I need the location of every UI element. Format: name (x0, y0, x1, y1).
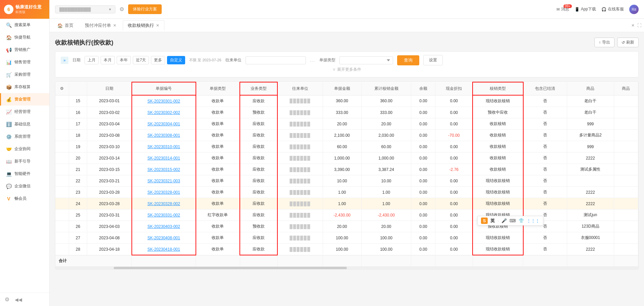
workspace-selector[interactable]: ████████████ ▾ (55, 5, 115, 13)
td-cash-discount: 0.00 (435, 118, 473, 130)
sidebar-item-wechat[interactable]: 💬 企业微信 (0, 180, 49, 192)
date-btn-more[interactable]: 更多 (151, 56, 165, 64)
td-settings[interactable] (55, 232, 69, 244)
user-avatar[interactable]: Rit (629, 5, 639, 14)
sidebar-item-member[interactable]: V 畅会员 (0, 192, 49, 205)
close-window-icon[interactable]: ✕ (631, 23, 635, 28)
td-settings[interactable] (55, 198, 69, 209)
th-balance[interactable]: 余额 (411, 82, 435, 95)
date-btn-custom[interactable]: 自定义 (167, 56, 185, 64)
sidebar-item-operations[interactable]: 📈 经营管理 (0, 106, 49, 118)
sidebar-settings-icon[interactable]: ⚙ (5, 296, 9, 303)
query-button[interactable]: 查询 (397, 55, 419, 65)
tab-home[interactable]: 🏠 首页 (52, 20, 78, 30)
tab-collection[interactable]: 收款核销执行 ✕ (123, 20, 164, 30)
filter-settings-button[interactable]: 设置 (423, 55, 443, 65)
td-bill-no[interactable]: SK-20230331-002 (132, 209, 196, 221)
td-settings[interactable] (55, 244, 69, 255)
td-settings[interactable] (55, 141, 69, 152)
sidebar-item-purchase[interactable]: 🛒 采购管理 (0, 68, 49, 81)
tab-receivable[interactable]: 预付冲应付单 ✕ (80, 20, 121, 30)
th-cash-discount[interactable]: 现金折扣 (435, 82, 473, 95)
th-include-cleared[interactable]: 包含已结清 (523, 82, 567, 95)
td-settings[interactable] (55, 118, 69, 130)
td-bill-no[interactable]: SK-20230315-002 (132, 164, 196, 175)
footer-balance (411, 255, 435, 266)
th-partner[interactable]: 往来单位 (277, 82, 323, 95)
page-title: 收款核销执行(按收款) (55, 39, 113, 47)
th-total-offset[interactable]: 累计核销金额 (361, 82, 411, 95)
date-btn-this-year[interactable]: 本年 (117, 56, 131, 64)
td-bill-no[interactable]: SK-20230314-001 (132, 152, 196, 164)
td-settings[interactable] (55, 221, 69, 232)
date-btn-last-month[interactable]: 上月 (85, 56, 99, 64)
solution-button[interactable]: 体验行业方案 (128, 4, 162, 14)
td-settings[interactable] (55, 130, 69, 141)
sidebar-item-basic[interactable]: ℹ️ 基础信息 (0, 118, 49, 130)
td-bill-no[interactable]: SK-20230403-002 (132, 221, 196, 232)
th-bill-no[interactable]: 单据编号 (132, 82, 196, 95)
td-settings[interactable] (55, 95, 69, 107)
expand-more-conditions[interactable]: ∨ 展开更多条件 (61, 65, 633, 74)
sidebar-item-inventory[interactable]: 📦 库存核算 (0, 81, 49, 93)
td-bill-no[interactable]: SK-20230310-001 (132, 141, 196, 152)
td-bill-no[interactable]: SK-20230408-001 (132, 232, 196, 244)
th-offset-type[interactable]: 核销类型 (473, 82, 523, 95)
td-biz-type: 应收款 (240, 187, 277, 198)
refresh-button[interactable]: ↺ 刷新 (617, 38, 639, 47)
date-btn-7days[interactable]: 近7天 (133, 56, 149, 64)
maximize-icon[interactable]: ⛶ (637, 23, 641, 28)
table-row: 19 2023-03-10 SK-20230310-001 收款单 应收款 ██… (55, 141, 638, 152)
td-biz-type: 预收款 (240, 221, 277, 232)
partner-filter-input[interactable] (246, 56, 306, 64)
sidebar-item-system[interactable]: ⚙️ 系统管理 (0, 130, 49, 143)
message-action[interactable]: ✉ 消息 99+ (556, 6, 569, 12)
settings-icon[interactable]: ⚙ (60, 86, 64, 91)
td-bill-no[interactable]: SK-20230301-002 (132, 95, 196, 107)
sidebar-item-marketing[interactable]: 📢 营销推广 (0, 44, 49, 56)
th-bill-amount[interactable]: 单据金额 (323, 82, 361, 95)
th-goods2[interactable]: 商品 (614, 82, 638, 95)
sidebar-item-sales[interactable]: 📊 销售管理 (0, 56, 49, 68)
th-bill-type[interactable]: 单据类型 (196, 82, 240, 95)
gear-icon[interactable]: ⚙ (119, 6, 124, 12)
filter-expand-button[interactable]: » (61, 57, 68, 64)
td-bill-no[interactable]: SK-20230328-002 (132, 198, 196, 209)
sidebar-collapse-icon[interactable]: ◀◀ (15, 297, 22, 302)
export-button[interactable]: ↑ 导出 (594, 38, 614, 47)
td-bill-no[interactable]: SK-20230304-001 (132, 118, 196, 130)
sidebar-item-guide[interactable]: 📖 新手引导 (0, 155, 49, 168)
sidebar-item-corp[interactable]: 🤝 企业协同 (0, 143, 49, 155)
td-bill-no[interactable]: SK-20230308-001 (132, 130, 196, 141)
app-download-action[interactable]: 📱 App下载 (575, 6, 596, 12)
th-date[interactable]: 日期 (87, 82, 132, 95)
td-settings[interactable] (55, 152, 69, 164)
chevron-down-icon: ▾ (109, 7, 111, 12)
td-settings[interactable] (55, 187, 69, 198)
td-settings[interactable] (55, 164, 69, 175)
td-settings[interactable] (55, 209, 69, 221)
td-bill-no[interactable]: SK-20230321-003 (132, 175, 196, 187)
date-btn-this-month[interactable]: 本月 (101, 56, 115, 64)
td-settings[interactable] (55, 107, 69, 118)
td-settings[interactable] (55, 175, 69, 187)
th-biz-type[interactable]: 业务类型 (240, 82, 277, 95)
tab-close-receivable[interactable]: ✕ (113, 23, 116, 28)
table-scroll-thumb[interactable] (114, 267, 347, 269)
sidebar-item-search[interactable]: 🔍 搜索菜单 (0, 19, 49, 31)
tab-close-collection[interactable]: ✕ (156, 23, 159, 28)
th-row-no (69, 82, 87, 95)
td-bill-no[interactable]: SK-20230302-002 (132, 107, 196, 118)
sidebar-item-hardware[interactable]: 💻 智能硬件 (0, 168, 49, 180)
table-scroll-bar[interactable] (55, 266, 638, 269)
sidebar-item-finance[interactable]: 💰 资金管理 (0, 93, 49, 106)
td-bill-type: 收款单 (196, 107, 240, 118)
online-service-action[interactable]: 🎧 在线客服 (601, 6, 624, 12)
td-bill-no[interactable]: SK-20230328-001 (132, 187, 196, 198)
th-goods[interactable]: 商品 (567, 82, 614, 95)
td-bill-no[interactable]: SK-20230418-001 (132, 244, 196, 255)
bill-type-filter-select[interactable] (339, 56, 393, 64)
th-settings[interactable]: ⚙ (55, 82, 69, 95)
sidebar-item-label: 系统管理 (14, 134, 31, 139)
sidebar-item-quick-nav[interactable]: 🏠 快捷导航 (0, 31, 49, 44)
